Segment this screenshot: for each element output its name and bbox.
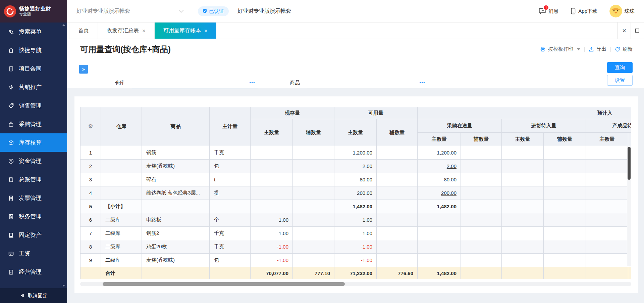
sidebar-item-search-menu[interactable]: 搜索菜单	[0, 23, 67, 41]
refresh-button[interactable]: 刷新	[615, 46, 633, 52]
tab-window-controls: ×	[618, 23, 644, 39]
invoice-receipt-icon	[8, 195, 14, 201]
vertical-scrollbar[interactable]	[627, 146, 631, 266]
cell-product: 电路板	[142, 213, 210, 227]
warehouse-input[interactable]: ⋯	[132, 78, 258, 88]
chart-clipboard-icon	[8, 269, 14, 275]
sidebar-item-fixed-assets[interactable]: 固定资产	[0, 226, 67, 244]
shield-check-icon	[203, 9, 207, 13]
chevron-down-icon[interactable]	[577, 48, 580, 50]
sidebar-item-sales[interactable]: 销售管理	[0, 96, 67, 115]
user-menu[interactable]: 珠珠	[609, 5, 635, 17]
transit-qty-link[interactable]: 80.00	[444, 177, 457, 182]
contract-icon	[8, 66, 14, 72]
close-all-tabs-button[interactable]: ×	[618, 23, 631, 39]
table-row: 6 二级库 电路板 个 1.00 1.00	[80, 213, 632, 227]
transit-qty-link[interactable]: 2.00	[447, 163, 457, 169]
transit-qty-link[interactable]: 1,200.00	[437, 150, 457, 156]
sidebar-item-partial[interactable]	[0, 281, 67, 288]
settings-button[interactable]: 设置	[607, 75, 633, 86]
sidebar-item-funds[interactable]: 资金管理	[0, 152, 67, 170]
account-select[interactable]: 好业财专业版演示帐套	[76, 8, 184, 15]
query-button[interactable]: 查询	[607, 62, 633, 73]
app-title: 畅捷通好业财	[19, 6, 51, 12]
product-input[interactable]: ⋯	[307, 78, 428, 88]
shopping-bag-icon	[8, 121, 14, 127]
cell-product: 碎石	[142, 173, 210, 186]
unpin-button[interactable]: 取消固定	[0, 288, 67, 303]
cell-product: 麦烧(香辣味)	[142, 254, 210, 267]
export-icon	[589, 47, 594, 52]
sidebar-item-purchase[interactable]: 采购管理	[0, 115, 67, 133]
close-icon[interactable]: ×	[204, 28, 208, 34]
transit-qty-link[interactable]: 200.00	[441, 190, 457, 196]
col-group-expected-in: 预计入	[418, 107, 632, 119]
app-edition: 专业版	[19, 12, 51, 17]
printer-icon	[540, 46, 546, 52]
building-icon	[8, 232, 14, 238]
avatar	[609, 5, 622, 17]
col-header-aux-qty: 辅数量	[544, 133, 586, 146]
col-group-current-stock: 现存量	[251, 107, 334, 119]
close-icon[interactable]: ×	[142, 28, 146, 34]
scroll-up-icon[interactable]	[62, 24, 65, 26]
coin-icon	[8, 158, 14, 164]
messages-count-badge: 1	[543, 5, 549, 10]
horizontal-scrollbar-thumb[interactable]	[103, 282, 345, 286]
tab-summary-report[interactable]: 收发存汇总表 ×	[98, 23, 155, 39]
brand-logo-icon	[4, 5, 16, 17]
maximize-icon	[635, 29, 639, 33]
horizontal-scrollbar[interactable]	[80, 282, 631, 286]
search-menu-icon	[8, 29, 14, 35]
tab-available-qty-ledger[interactable]: 可用量库存账本 ×	[155, 23, 216, 39]
fullscreen-button[interactable]	[631, 23, 644, 39]
col-header-warehouse: 仓库	[101, 107, 142, 146]
column-settings-gear-icon[interactable]: ⚙	[80, 107, 101, 146]
sidebar-item-quick-nav[interactable]: 快捷导航	[0, 41, 67, 59]
sidebar-item-tax[interactable]: 税务管理	[0, 207, 67, 226]
sidebar-item-marketing[interactable]: 营销推广	[0, 78, 67, 96]
sidebar-item-payroll[interactable]: 工资	[0, 244, 67, 263]
warehouse-picker-button[interactable]: ⋯	[249, 79, 255, 86]
col-header-product: 商品	[142, 107, 210, 146]
sidebar-item-ledger[interactable]: 总账管理	[0, 170, 67, 189]
product-picker-button[interactable]: ⋯	[419, 79, 425, 86]
account-title: 好业财专业版演示帐套	[237, 8, 291, 15]
sidebar-item-invoice[interactable]: 发票管理	[0, 189, 67, 207]
unpin-icon	[19, 293, 25, 298]
col-header-aux-qty: 辅数量	[293, 119, 334, 146]
megaphone-icon	[8, 84, 14, 90]
ledger-book-icon	[8, 177, 14, 183]
cell-product: 钢筋2	[142, 227, 210, 240]
product-label: 商品	[290, 80, 300, 88]
app-download-button[interactable]: App下载	[571, 8, 597, 14]
warehouse-filter: 仓库 ⋯	[115, 65, 258, 88]
col-group-available: 可用量	[334, 107, 418, 119]
filter-bar: » 仓库 ⋯ 商品 ⋯ 查询 设置	[67, 59, 644, 88]
sidebar-item-business[interactable]: 经营管理	[0, 263, 67, 281]
export-button[interactable]: 导出	[589, 46, 606, 52]
vertical-scrollbar-thumb[interactable]	[628, 147, 631, 180]
tax-percent-icon	[8, 214, 14, 220]
app-logo: 畅捷通好业财 专业版	[0, 0, 67, 23]
expand-filter-button[interactable]: »	[79, 65, 88, 74]
table-row: 1 钢筋 千克 1,200.00 1,200.00	[80, 146, 632, 160]
col-header-aux-qty: 辅数量	[628, 133, 632, 146]
scroll-down-icon[interactable]	[62, 285, 65, 287]
tab-home[interactable]: 首页	[69, 23, 98, 39]
sidebar-item-project-contract[interactable]: 项目合同	[0, 59, 67, 78]
subtotal-row: 5 【小计】 1,482.00 1,482.00	[80, 200, 632, 213]
cell-product: 麦烧(香辣味)	[142, 160, 210, 173]
print-by-template-button[interactable]: 按模板打印	[540, 46, 580, 52]
col-group-purchase-transit: 采购在途量	[418, 119, 502, 133]
user-name: 珠珠	[625, 8, 635, 14]
cell-product: 鸡蛋20枚	[142, 240, 210, 254]
table-row: 8 二级库 鸡蛋20枚 千克 -1.00 -1.00	[80, 240, 632, 254]
table-row: 2 麦烧(香辣味) 包 2.00 2.00	[80, 160, 632, 173]
messages-button[interactable]: 1 消息	[539, 8, 558, 14]
col-header-main-qty: 主数量	[418, 133, 461, 146]
col-header-aux-qty: 辅数量	[461, 133, 502, 146]
price-tag-icon	[8, 103, 14, 109]
tabbar: 首页 收发存汇总表 × 可用量库存账本 × ×	[67, 23, 644, 39]
sidebar-item-inventory[interactable]: 库存核算	[0, 133, 67, 152]
